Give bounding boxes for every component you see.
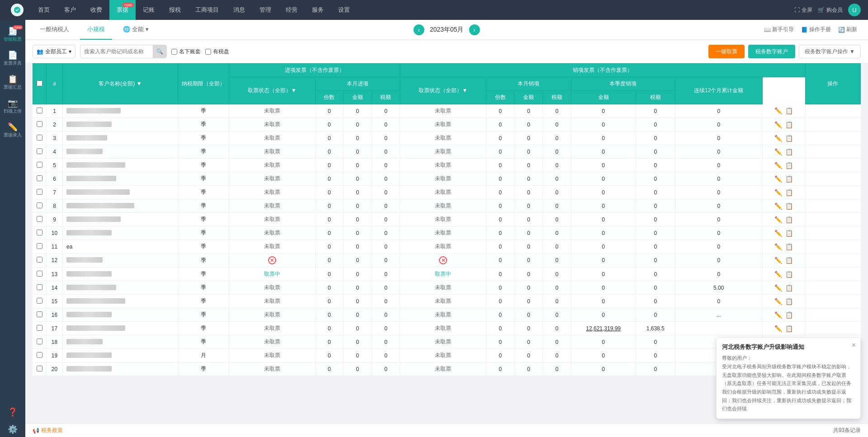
nav-item-manage[interactable]: 管理 <box>252 0 278 20</box>
next-month-btn[interactable]: › <box>469 24 480 35</box>
edit-icon[interactable]: ✏️ <box>774 216 782 223</box>
copy-icon[interactable]: 📋 <box>785 121 793 128</box>
nav-item-service[interactable]: 服务 <box>305 0 331 20</box>
refresh-link[interactable]: 🔄 刷新 <box>838 26 857 33</box>
staff-select[interactable]: 👥 全部员工 ▾ <box>33 45 75 58</box>
th-tax-period[interactable]: 纳税期限（全部） <box>178 64 229 104</box>
nav-item-tax[interactable]: 报税 <box>162 0 188 20</box>
edit-icon[interactable]: ✏️ <box>774 162 782 169</box>
tax-account-btn[interactable]: 税务数字账户 <box>748 45 795 58</box>
row-checkbox[interactable] <box>37 271 42 277</box>
edit-icon[interactable]: ✏️ <box>774 107 782 114</box>
upgrade-btn[interactable]: 🛒 购会员 <box>818 6 843 14</box>
copy-icon[interactable]: 📋 <box>785 148 793 155</box>
copy-icon[interactable]: 📋 <box>785 271 793 278</box>
sidebar-item-entry[interactable]: ✏️ 票据录入 <box>1 119 24 141</box>
copy-icon[interactable]: 📋 <box>785 189 793 196</box>
sidebar-item-help[interactable]: ❓ <box>1 404 24 420</box>
tab-all-ability[interactable]: 🌐 全能 ▾ <box>116 20 156 40</box>
prev-month-btn[interactable]: ‹ <box>414 24 425 35</box>
edit-icon[interactable]: ✏️ <box>774 148 782 155</box>
edit-icon[interactable]: ✏️ <box>774 202 782 210</box>
nav-item-customer[interactable]: 客户 <box>57 0 83 20</box>
edit-icon[interactable]: ✏️ <box>774 325 782 332</box>
row-checkbox[interactable] <box>37 108 42 113</box>
row-checkbox[interactable] <box>37 216 42 222</box>
th-customer-name[interactable]: 客户名称(全部) ▼ <box>63 64 178 104</box>
tax-policy-link[interactable]: 📢 税务政策 <box>33 427 63 434</box>
copy-icon[interactable]: 📋 <box>785 298 793 305</box>
nav-item-home[interactable]: 首页 <box>31 0 57 20</box>
nav-item-billing[interactable]: 收费 <box>83 0 109 20</box>
edit-icon[interactable]: ✏️ <box>774 230 782 237</box>
edit-icon[interactable]: ✏️ <box>774 311 782 319</box>
row-checkbox[interactable] <box>37 148 42 154</box>
fullscreen-btn[interactable]: ⛶ 全屏 <box>794 6 812 14</box>
row-checkbox[interactable] <box>37 311 42 317</box>
row-checkbox[interactable] <box>37 284 42 290</box>
checkbox-tax-disk[interactable]: 有税盘 <box>205 48 229 56</box>
nav-item-operation[interactable]: 经营 <box>278 0 305 20</box>
tab-general-taxpayer[interactable]: 一般纳税人 <box>33 20 76 40</box>
row-checkbox[interactable] <box>37 298 42 304</box>
manual-link[interactable]: 📘 操作手册 <box>801 26 831 33</box>
row-checkbox[interactable] <box>37 243 42 249</box>
edit-icon[interactable]: ✏️ <box>774 243 782 250</box>
search-button[interactable]: 🔍 <box>153 45 166 58</box>
row-checkbox[interactable] <box>37 352 42 358</box>
checkbox-subordinate[interactable]: 名下账套 <box>171 48 201 56</box>
copy-icon[interactable]: 📋 <box>785 135 793 142</box>
nav-item-invoice[interactable]: 票据 new <box>109 0 136 20</box>
row-checkbox[interactable] <box>37 135 42 141</box>
th-in-status[interactable]: 取票状态（全部）▼ <box>229 77 315 104</box>
row-checkbox[interactable] <box>37 366 42 371</box>
edit-icon[interactable]: ✏️ <box>774 298 782 305</box>
row-checkbox[interactable] <box>37 202 42 208</box>
nav-item-accounting[interactable]: 记账 <box>136 0 162 20</box>
copy-icon[interactable]: 📋 <box>785 230 793 237</box>
copy-icon[interactable]: 📋 <box>785 202 793 210</box>
nav-item-business[interactable]: 工商项目 <box>188 0 226 20</box>
sidebar-item-summary[interactable]: 📋 票据汇总 <box>1 71 24 94</box>
copy-icon[interactable]: 📋 <box>785 284 793 291</box>
row-checkbox[interactable] <box>37 121 42 127</box>
row-checkbox[interactable] <box>37 230 42 235</box>
sidebar-item-smart-invoice[interactable]: 🧾 智能取票 new <box>1 23 24 46</box>
guide-link[interactable]: 📖 新手引导 <box>764 26 794 33</box>
edit-icon[interactable]: ✏️ <box>774 175 782 183</box>
select-all-checkbox[interactable] <box>37 80 42 86</box>
copy-icon[interactable]: 📋 <box>785 175 793 183</box>
row-checkbox[interactable] <box>37 338 42 344</box>
edit-icon[interactable]: ✏️ <box>774 189 782 196</box>
nav-item-settings[interactable]: 设置 <box>331 0 357 20</box>
th-out-status[interactable]: 取票状态（全部）▼ <box>400 77 486 104</box>
tab-small-scale[interactable]: 小规模 <box>80 20 112 40</box>
sidebar-item-settings-bottom[interactable]: ⚙️ <box>1 422 24 437</box>
tax-account-ops-btn[interactable]: 税务数字账户操作 ▼ <box>799 45 861 58</box>
copy-icon[interactable]: 📋 <box>785 216 793 223</box>
copy-icon[interactable]: 📋 <box>785 162 793 169</box>
copy-icon[interactable]: 📋 <box>785 257 793 264</box>
row-checkbox[interactable] <box>37 189 42 195</box>
edit-icon[interactable]: ✏️ <box>774 121 782 128</box>
edit-icon[interactable]: ✏️ <box>774 271 782 278</box>
logo[interactable] <box>7 0 27 20</box>
notification-close-btn[interactable]: × <box>852 341 856 349</box>
user-avatar[interactable]: U <box>848 4 861 16</box>
nav-item-message[interactable]: 消息 <box>226 0 252 20</box>
sidebar-item-scan[interactable]: 📷 扫描上传 <box>1 95 24 117</box>
row-checkbox[interactable] <box>37 325 42 331</box>
row-checkbox[interactable] <box>37 257 42 263</box>
edit-icon[interactable]: ✏️ <box>774 257 782 264</box>
edit-icon[interactable]: ✏️ <box>774 284 782 291</box>
quick-invoice-btn[interactable]: 一键取票 <box>708 45 745 58</box>
copy-icon[interactable]: 📋 <box>785 243 793 250</box>
copy-icon[interactable]: 📋 <box>785 311 793 319</box>
sidebar-item-open-invoice[interactable]: 📄 发票开具 <box>1 47 24 70</box>
row-checkbox[interactable] <box>37 162 42 168</box>
edit-icon[interactable]: ✏️ <box>774 135 782 142</box>
copy-icon[interactable]: 📋 <box>785 107 793 114</box>
row-checkbox[interactable] <box>37 175 42 181</box>
copy-icon[interactable]: 📋 <box>785 325 793 332</box>
search-input[interactable] <box>80 48 153 55</box>
